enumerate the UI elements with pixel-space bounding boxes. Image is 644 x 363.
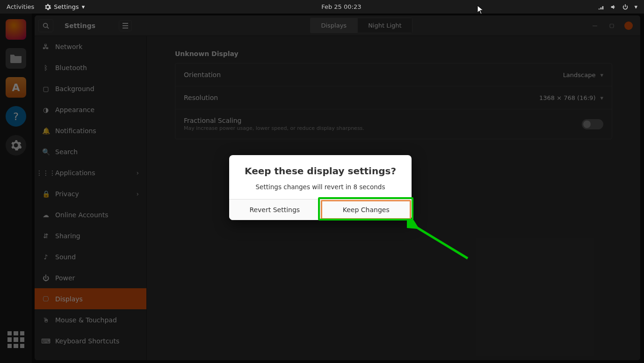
keep-settings-dialog: Keep these display settings? Settings ch… <box>229 155 412 220</box>
chevron-down-icon[interactable]: ▾ <box>634 3 637 10</box>
network-icon[interactable] <box>598 4 604 10</box>
volume-icon[interactable] <box>610 4 616 10</box>
dialog-message: Settings changes will revert in 8 second… <box>239 183 402 191</box>
keep-changes-button[interactable]: Keep Changes <box>320 199 412 220</box>
clock[interactable]: Feb 25 00:23 <box>85 3 598 10</box>
dialog-title: Keep these display settings? <box>239 165 402 177</box>
desktop: A ? Settings D <box>0 14 644 363</box>
gear-icon <box>44 4 51 10</box>
revert-settings-button[interactable]: Revert Settings <box>229 199 320 220</box>
power-icon[interactable] <box>622 4 629 10</box>
activities-button[interactable]: Activities <box>7 3 34 10</box>
app-menu[interactable]: Settings ▾ <box>44 3 85 10</box>
cursor-icon <box>477 5 484 14</box>
gnome-topbar: Activities Settings ▾ Feb 25 00:23 ▾ <box>0 0 644 14</box>
app-menu-label: Settings <box>54 3 79 10</box>
